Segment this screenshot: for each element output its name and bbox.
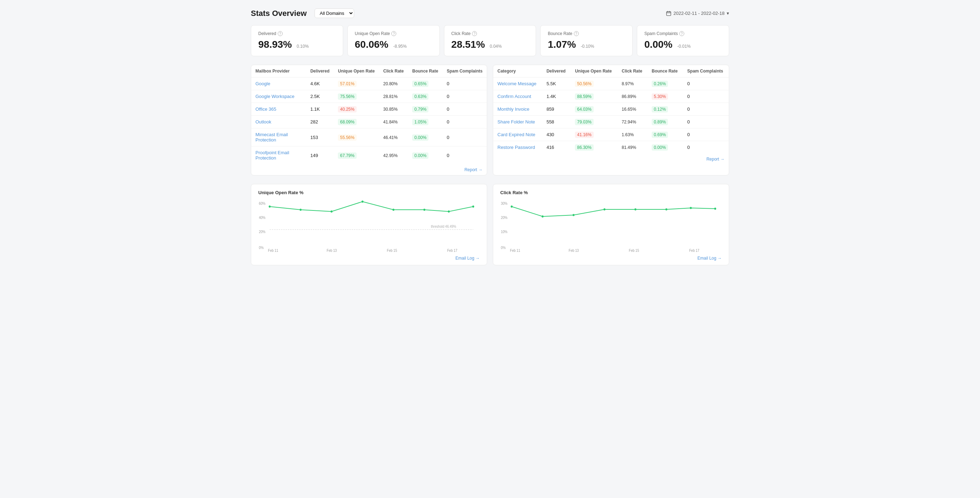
stat-card-delta: -0.10% [581,44,594,49]
domain-selector[interactable]: All Domains [315,8,354,18]
col-click-rate: Click Rate [379,65,408,78]
stat-card-values: 28.51% 0.04% [452,39,529,50]
col-cat-spam: Spam Complaints [683,65,729,78]
cat-click-rate-cell: 16.65% [617,103,648,116]
open-rate-chart-title: Unique Open Rate % [258,190,480,195]
col-delivered: Delivered [306,65,334,78]
category-report-link[interactable]: Report → [706,157,725,162]
stat-card: Delivered ? 98.93% 0.10% [251,25,343,56]
provider-link[interactable]: Google Workspace [255,94,294,99]
bounce-rate-badge: 1.05% [412,119,428,125]
stat-card-values: 98.93% 0.10% [258,39,336,50]
col-cat-click-rate: Click Rate [617,65,648,78]
svg-text:0%: 0% [501,246,506,250]
cat-click-rate-badge: 72.94% [622,119,636,124]
stat-card-label: Click Rate ? [452,31,529,36]
svg-text:Feb 13: Feb 13 [568,249,579,253]
cat-delivered-cell: 558 [542,116,571,128]
stat-card: Unique Open Rate ? 60.06% -8.95% [347,25,440,56]
delivered-cell: 4.6K [306,78,334,90]
click-rate-cell: 41.84% [379,116,408,128]
category-table: Category Delivered Unique Open Rate Clic… [493,65,729,153]
click-rate-chart-footer: Email Log → [500,253,722,262]
click-rate-chart-area: 30% 20% 10% 0% Feb 11 [500,199,722,253]
email-log-link-2[interactable]: Email Log → [697,256,722,261]
spam-cell: 0 [442,78,487,90]
bounce-rate-cell: 0.79% [408,103,442,116]
cat-bounce-rate-cell: 0.26% [648,78,683,90]
click-rate-chart-container: Click Rate % 30% 20% 10% 0% [493,184,729,265]
category-cell: Welcome Message [493,78,542,90]
category-cell: Confirm Account [493,90,542,103]
category-link[interactable]: Card Expired Note [498,132,535,137]
stat-card-values: 60.06% -8.95% [355,39,432,50]
col-bounce-rate: Bounce Rate [408,65,442,78]
cat-delivered-cell: 416 [542,141,571,154]
svg-text:Feb 15: Feb 15 [629,249,639,253]
svg-point-14 [392,209,395,211]
click-rate-chart-title: Click Rate % [500,190,722,195]
svg-point-27 [542,215,544,218]
bounce-rate-cell: 0.00% [408,146,442,164]
category-link[interactable]: Welcome Message [498,81,536,86]
click-rate-badge: 41.84% [383,119,398,124]
page-title: Stats Overview [251,9,307,18]
table-row: Office 365 1.1K 40.25% 30.85% 0.79% 0 [251,103,487,116]
cat-bounce-rate-badge: 5.30% [652,93,668,100]
provider-link[interactable]: Google [255,81,270,86]
mailbox-provider-cell: Office 365 [251,103,306,116]
stat-card-values: 0.00% -0.01% [644,39,722,50]
cat-spam-cell: 0 [683,116,729,128]
cat-spam-cell: 0 [683,103,729,116]
col-spam: Spam Complaints [442,65,487,78]
open-rate-cell: 68.09% [334,116,379,128]
tables-section: Mailbox Provider Delivered Unique Open R… [251,65,729,175]
mailbox-provider-cell: Google Workspace [251,90,306,103]
stat-card-value: 98.93% [258,39,292,50]
cat-click-rate-cell: 8.97% [617,78,648,90]
category-link[interactable]: Share Folder Note [498,119,535,124]
mailbox-report-link[interactable]: Report → [465,167,482,172]
bounce-rate-cell: 0.00% [408,128,442,146]
col-cat-bounce-rate: Bounce Rate [648,65,683,78]
info-icon: ? [679,31,684,36]
category-link[interactable]: Monthly Invoice [498,107,529,112]
email-log-link-1[interactable]: Email Log → [455,256,480,261]
stat-card-label: Spam Complaints ? [644,31,722,36]
cat-delivered-cell: 5.5K [542,78,571,90]
mailbox-provider-cell: Google [251,78,306,90]
provider-link[interactable]: Proofpoint Email Protection [255,150,289,161]
delivered-cell: 2.5K [306,90,334,103]
click-rate-cell: 20.80% [379,78,408,90]
category-link[interactable]: Restore Password [498,145,535,150]
stat-card: Click Rate ? 28.51% 0.04% [444,25,536,56]
col-mailbox-provider: Mailbox Provider [251,65,306,78]
svg-point-17 [473,205,474,208]
cat-open-rate-cell: 79.03% [571,116,617,128]
table-row: Outlook 282 68.09% 41.84% 1.05% 0 [251,116,487,128]
svg-text:0%: 0% [259,246,264,250]
date-range[interactable]: 2022-02-11 - 2022-02-18 ▾ [666,11,729,16]
provider-link[interactable]: Office 365 [255,107,276,112]
provider-link[interactable]: Mimecast Email Protection [255,132,288,143]
provider-link[interactable]: Outlook [255,119,271,124]
bounce-rate-badge: 0.79% [412,106,428,113]
category-table-body: Welcome Message 5.5K 50.56% 8.97% 0.26% … [493,78,729,154]
mailbox-provider-cell: Outlook [251,116,306,128]
svg-text:Feb 11: Feb 11 [268,249,278,253]
category-link[interactable]: Confirm Account [498,94,531,99]
table-row: Monthly Invoice 859 64.03% 16.65% 0.12% … [493,103,729,116]
cat-spam-cell: 0 [683,90,729,103]
mailbox-report-row: Report → [251,164,487,175]
table-row: Google Workspace 2.5K 75.56% 28.81% 0.63… [251,90,487,103]
table-row: Proofpoint Email Protection 149 67.79% 4… [251,146,487,164]
svg-text:60%: 60% [259,202,266,205]
table-row: Mimecast Email Protection 153 55.56% 46.… [251,128,487,146]
spam-cell: 0 [442,128,487,146]
cat-click-rate-badge: 86.89% [622,94,636,99]
category-cell: Restore Password [493,141,542,154]
cat-open-rate-badge: 64.03% [575,106,593,113]
delivered-cell: 282 [306,116,334,128]
click-rate-badge: 28.81% [383,94,398,99]
col-cat-open-rate: Unique Open Rate [571,65,617,78]
